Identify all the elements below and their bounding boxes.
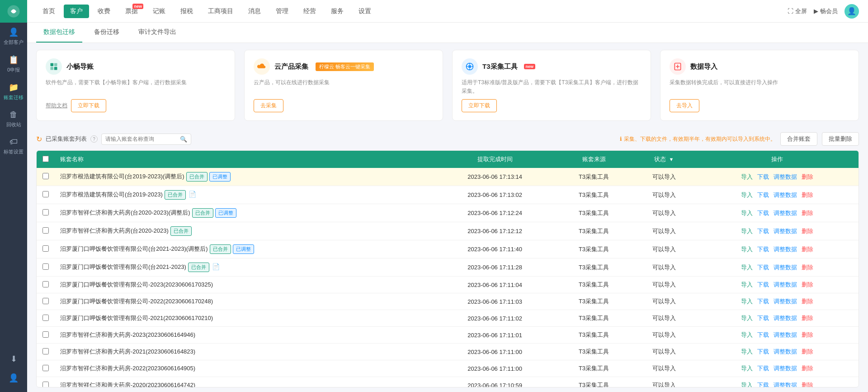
row-checkbox[interactable] xyxy=(42,298,49,304)
row-checkbox[interactable] xyxy=(42,209,49,215)
user-avatar[interactable]: 👤 xyxy=(844,4,859,19)
tab-audit-export[interactable]: 审计文件导出 xyxy=(131,23,184,43)
sidebar-item-tag-settings[interactable]: 🏷 标签设置 xyxy=(0,133,27,160)
action-下载[interactable]: 下载 xyxy=(755,382,771,387)
action-调整数据[interactable]: 调整数据 xyxy=(771,331,799,338)
action-删除[interactable]: 删除 xyxy=(799,264,816,271)
action-下载[interactable]: 下载 xyxy=(755,264,771,271)
action-下载[interactable]: 下载 xyxy=(755,228,771,234)
row-checkbox[interactable] xyxy=(42,191,49,197)
action-导入[interactable]: 导入 xyxy=(739,210,755,216)
action-导入[interactable]: 导入 xyxy=(739,246,755,253)
action-下载[interactable]: 下载 xyxy=(755,298,771,305)
action-删除[interactable]: 删除 xyxy=(799,191,816,198)
action-下载[interactable]: 下载 xyxy=(755,331,771,338)
row-checkbox[interactable] xyxy=(42,348,49,354)
action-删除[interactable]: 删除 xyxy=(799,331,816,338)
action-导入[interactable]: 导入 xyxy=(739,315,755,321)
action-删除[interactable]: 删除 xyxy=(799,298,816,305)
action-删除[interactable]: 删除 xyxy=(799,365,816,372)
row-checkbox[interactable] xyxy=(42,281,49,287)
tab-backup-migration[interactable]: 备份迁移 xyxy=(87,23,127,43)
tab-data-migration[interactable]: 数据包迁移 xyxy=(36,23,82,43)
app-logo[interactable] xyxy=(0,0,27,23)
sidebar-item-recycle[interactable]: 🗑 回收站 xyxy=(0,105,27,133)
nav-home[interactable]: 首页 xyxy=(36,5,61,18)
row-checkbox[interactable] xyxy=(42,227,49,234)
nav-tax[interactable]: 报税 xyxy=(174,5,199,18)
row-checkbox[interactable] xyxy=(42,315,49,321)
action-调整数据[interactable]: 调整数据 xyxy=(771,246,799,253)
row-checkbox[interactable] xyxy=(42,173,49,179)
select-all-checkbox[interactable] xyxy=(42,156,49,162)
nav-business[interactable]: 工商项目 xyxy=(202,5,240,18)
action-删除[interactable]: 删除 xyxy=(799,281,816,288)
member-button[interactable]: ▶ 畅会员 xyxy=(814,7,838,15)
search-input[interactable] xyxy=(105,136,178,142)
download-now-button[interactable]: 立即下载 xyxy=(71,99,106,112)
nav-settings[interactable]: 设置 xyxy=(352,5,377,18)
nav-operations[interactable]: 经营 xyxy=(297,5,322,18)
status-sort-icon[interactable]: ▼ xyxy=(669,157,674,162)
nav-invoices[interactable]: 票据 new xyxy=(119,5,144,18)
action-调整数据[interactable]: 调整数据 xyxy=(771,382,799,387)
nav-messages[interactable]: 消息 xyxy=(242,5,267,18)
search-icon[interactable]: 🔍 xyxy=(180,136,187,143)
help-icon[interactable]: ? xyxy=(90,135,98,143)
action-导入[interactable]: 导入 xyxy=(739,298,755,305)
action-调整数据[interactable]: 调整数据 xyxy=(771,348,799,355)
action-导入[interactable]: 导入 xyxy=(739,331,755,338)
nav-management[interactable]: 管理 xyxy=(269,5,295,18)
action-导入[interactable]: 导入 xyxy=(739,365,755,372)
help-doc-link[interactable]: 帮助文档 xyxy=(46,102,67,110)
action-下载[interactable]: 下载 xyxy=(755,315,771,321)
action-删除[interactable]: 删除 xyxy=(799,382,816,387)
action-调整数据[interactable]: 调整数据 xyxy=(771,191,799,198)
row-checkbox[interactable] xyxy=(42,331,49,338)
sidebar-item-download[interactable]: ⬇ xyxy=(0,349,27,368)
action-下载[interactable]: 下载 xyxy=(755,210,771,216)
action-删除[interactable]: 删除 xyxy=(799,246,816,253)
sidebar-item-account-migration[interactable]: 📁 账套迁移 xyxy=(0,78,27,105)
action-调整数据[interactable]: 调整数据 xyxy=(771,210,799,216)
action-调整数据[interactable]: 调整数据 xyxy=(771,298,799,305)
nav-billing[interactable]: 收费 xyxy=(91,5,117,18)
action-下载[interactable]: 下载 xyxy=(755,191,771,198)
action-导入[interactable]: 导入 xyxy=(739,173,755,180)
sidebar-item-user-settings[interactable]: 👤 xyxy=(0,368,27,387)
nav-accounting[interactable]: 记账 xyxy=(146,5,172,18)
row-checkbox[interactable] xyxy=(42,382,49,387)
nav-clients[interactable]: 客户 xyxy=(64,5,89,18)
action-导入[interactable]: 导入 xyxy=(739,281,755,288)
fullscreen-button[interactable]: ⛶ 全屏 xyxy=(788,7,807,15)
action-调整数据[interactable]: 调整数据 xyxy=(771,281,799,288)
row-checkbox[interactable] xyxy=(42,365,49,371)
action-导入[interactable]: 导入 xyxy=(739,228,755,234)
row-checkbox[interactable] xyxy=(42,263,49,270)
action-调整数据[interactable]: 调整数据 xyxy=(771,173,799,180)
row-checkbox[interactable] xyxy=(42,245,49,252)
action-调整数据[interactable]: 调整数据 xyxy=(771,264,799,271)
action-调整数据[interactable]: 调整数据 xyxy=(771,315,799,321)
nav-service[interactable]: 服务 xyxy=(325,5,350,18)
action-下载[interactable]: 下载 xyxy=(755,348,771,355)
action-调整数据[interactable]: 调整数据 xyxy=(771,228,799,234)
download-t3-button[interactable]: 立即下载 xyxy=(462,99,497,112)
action-下载[interactable]: 下载 xyxy=(755,365,771,372)
batch-delete-button[interactable]: 批量删除 xyxy=(822,132,859,146)
action-导入[interactable]: 导入 xyxy=(739,348,755,355)
action-删除[interactable]: 删除 xyxy=(799,228,816,234)
action-删除[interactable]: 删除 xyxy=(799,210,816,216)
action-下载[interactable]: 下载 xyxy=(755,246,771,253)
merge-accounts-button[interactable]: 合并账套 xyxy=(780,132,817,146)
sidebar-item-all-clients[interactable]: 👤 全部客户 xyxy=(0,23,27,50)
action-删除[interactable]: 删除 xyxy=(799,348,816,355)
action-调整数据[interactable]: 调整数据 xyxy=(771,365,799,372)
action-下载[interactable]: 下载 xyxy=(755,173,771,180)
go-collect-button[interactable]: 去采集 xyxy=(254,99,283,112)
action-导入[interactable]: 导入 xyxy=(739,382,755,387)
action-删除[interactable]: 删除 xyxy=(799,315,816,321)
refresh-icon[interactable]: ↻ xyxy=(36,135,42,143)
action-删除[interactable]: 删除 xyxy=(799,173,816,180)
action-下载[interactable]: 下载 xyxy=(755,281,771,288)
